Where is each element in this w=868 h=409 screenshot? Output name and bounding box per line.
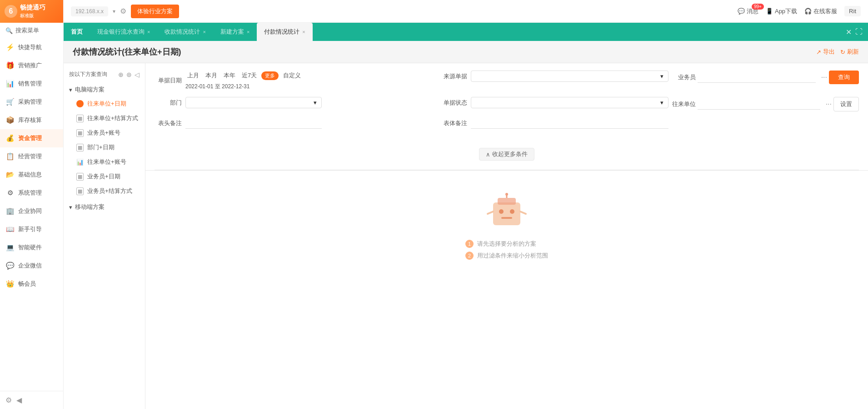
sidebar-item-vip[interactable]: 👑畅会员 — [0, 275, 63, 293]
expand-icon[interactable]: ⛶ — [855, 28, 863, 36]
filter-row-1: 单据日期 上月 本月 本年 近7天 更多 自定义 — [155, 71, 859, 91]
staff-field: 业务员 ··· 查询 — [668, 71, 859, 84]
doc-status-field: 单据状态 ▾ — [440, 97, 668, 108]
section-header-desktop[interactable]: ▾电脑端方案 — [64, 83, 145, 96]
refresh-btn[interactable]: ↻ 刷新 — [840, 48, 859, 56]
source-doc-label: 来源单据 — [440, 72, 467, 81]
topbar-arrow: ▾ — [113, 8, 115, 15]
online-service-btn[interactable]: 🎧 在线客服 — [804, 7, 837, 15]
body-note-input[interactable] — [471, 118, 668, 129]
tab-close-collection[interactable]: × — [203, 29, 205, 35]
collapse-panel-icon[interactable]: ◁ — [135, 71, 140, 78]
scheme-settings-icon[interactable]: ⊛ — [126, 71, 132, 78]
staff-account-label: 业务员+账号 — [87, 129, 120, 137]
sidebar-item-capital[interactable]: 💰资金管理 — [0, 129, 63, 147]
wechat-icon: 💬 — [5, 261, 15, 270]
sidebar-item-marketing[interactable]: 🎁营销推广 — [0, 56, 63, 75]
sidebar-logo: 6 畅捷通巧 标准版 — [5, 4, 45, 19]
topbar-settings-icon[interactable]: ⚙ — [120, 7, 126, 15]
this-month-option[interactable]: 本月 — [204, 71, 219, 81]
scheme-item-staff-date[interactable]: ▦业务员+日期 — [64, 169, 145, 184]
export-label: 导出 — [823, 48, 835, 56]
sidebar-item-quick-nav[interactable]: ⚡快捷导航 — [0, 38, 63, 56]
trial-btn[interactable]: 体验行业方案 — [131, 5, 179, 18]
tab-close-new-scheme[interactable]: × — [247, 29, 249, 35]
scheme-item-staff-account[interactable]: ▦业务员+账号 — [64, 126, 145, 140]
sidebar-item-guide[interactable]: 📖新手引导 — [0, 220, 63, 238]
source-doc-select[interactable]: ▾ — [471, 71, 668, 82]
operation-icon: 📋 — [5, 152, 15, 161]
sidebar-item-basic-info[interactable]: 📂基础信息 — [0, 166, 63, 184]
guide-icon: 📖 — [5, 225, 15, 234]
sidebar-item-enterprise[interactable]: 🏢企业协同 — [0, 202, 63, 220]
body-note-label: 表体备注 — [440, 119, 467, 127]
page-title: 付款情况统计(往来单位+日期) — [73, 46, 181, 57]
add-scheme-icon[interactable]: ⊕ — [118, 71, 124, 78]
sidebar-item-inventory[interactable]: 📦库存核算 — [0, 111, 63, 129]
scheme-item-unit-settlement[interactable]: ▦往来单位+结算方式 — [64, 111, 145, 126]
tab-cash-flow[interactable]: 现金银行流水查询× — [90, 23, 157, 41]
section-header-mobile[interactable]: ▾移动端方案 — [64, 200, 145, 214]
sidebar-item-operation[interactable]: 📋经营管理 — [0, 147, 63, 166]
result-area: 1 请先选择要分析的方案 2 用过滤条件来缩小分析范围 — [145, 170, 868, 278]
sidebar-item-system[interactable]: ⚙系统管理 — [0, 184, 63, 202]
setting-btn[interactable]: 设置 — [833, 97, 859, 111]
staff-input[interactable] — [698, 72, 816, 83]
search-menu[interactable]: 🔍 搜索菜单 — [0, 23, 63, 38]
sidebar-item-purchase[interactable]: 🛒采购管理 — [0, 93, 63, 111]
sidebar-item-wechat[interactable]: 💬企业微信 — [0, 257, 63, 275]
scheme-item-staff-settlement[interactable]: ▦业务员+结算方式 — [64, 184, 145, 198]
staff-settlement-label: 业务员+结算方式 — [87, 187, 132, 195]
last-month-option[interactable]: 上月 — [185, 71, 201, 81]
hint-1: 1 请先选择要分析的方案 — [465, 240, 548, 248]
tab-payment[interactable]: 付款情况统计× — [257, 23, 312, 41]
tab-collection[interactable]: 收款情况统计× — [157, 23, 213, 41]
user-profile[interactable]: Rit — [844, 6, 861, 16]
settings-icon[interactable]: ⚙ — [5, 396, 12, 404]
tab-label-collection: 收款情况统计 — [165, 28, 200, 36]
tab-label-new-scheme: 新建方案 — [220, 28, 244, 36]
scheme-item-unit-account[interactable]: 📊往来单位+账号 — [64, 155, 145, 169]
collapse-conditions-btn[interactable]: ∧ 收起更多条件 — [479, 148, 534, 161]
inventory-label: 库存核算 — [18, 116, 42, 124]
scheme-item-dept-date[interactable]: ▦部门+日期 — [64, 140, 145, 155]
messages-btn[interactable]: 💬 消息 99+ — [738, 7, 758, 15]
scheme-panel-title: 按以下方案查询 — [69, 71, 107, 78]
tab-home[interactable]: 首页 — [64, 23, 90, 41]
app-download-btn[interactable]: 📱 App下载 — [766, 7, 797, 15]
doc-status-select[interactable]: ▾ — [471, 97, 668, 108]
sidebar-item-hardware[interactable]: 💻智能硬件 — [0, 238, 63, 257]
tab-new-scheme[interactable]: 新建方案× — [213, 23, 257, 41]
refresh-label: 刷新 — [847, 48, 859, 56]
svg-line-8 — [520, 212, 526, 214]
sidebar-item-sales[interactable]: 📊销售管理 — [0, 75, 63, 93]
related-unit-input[interactable] — [698, 99, 820, 110]
this-year-option[interactable]: 本年 — [222, 71, 237, 81]
more-options[interactable]: 更多 — [261, 71, 279, 80]
staff-more-icon[interactable]: ··· — [821, 73, 827, 81]
related-unit-more-icon[interactable]: ··· — [826, 100, 832, 108]
app-label: App下载 — [775, 7, 797, 15]
topbar-left: 192.168.x.x ▾ ⚙ 体验行业方案 — [71, 5, 179, 18]
export-btn[interactable]: ↗ 导出 — [816, 48, 835, 56]
dept-select[interactable]: ▾ — [185, 97, 322, 108]
custom-option[interactable]: 自定义 — [281, 71, 303, 81]
logo-text: 畅捷通巧 — [20, 4, 45, 12]
query-btn[interactable]: 查询 — [829, 71, 859, 84]
tab-close-cash-flow[interactable]: × — [147, 29, 150, 35]
refresh-icon: ↻ — [840, 49, 845, 56]
quick-nav-label: 快捷导航 — [18, 43, 42, 51]
marketing-icon: 🎁 — [5, 61, 15, 70]
scheme-panel-header: 按以下方案查询 ⊕ ⊛ ◁ — [64, 68, 145, 81]
scheme-item-unit-date[interactable]: 往来单位+日期 — [64, 96, 145, 111]
header-note-input[interactable] — [185, 118, 322, 129]
inventory-icon: 📦 — [5, 116, 15, 125]
close-window-icon[interactable]: ✕ — [846, 28, 852, 36]
section-label-mobile: 移动端方案 — [75, 203, 105, 211]
collapse-sidebar-icon[interactable]: ◀ — [16, 396, 22, 404]
edition-label: 标准版 — [20, 13, 45, 19]
last-7days-option[interactable]: 近7天 — [240, 71, 259, 81]
tab-close-payment[interactable]: × — [302, 29, 305, 35]
main-right: 单据日期 上月 本月 本年 近7天 更多 自定义 — [145, 63, 868, 409]
empty-state-icon — [484, 189, 529, 234]
